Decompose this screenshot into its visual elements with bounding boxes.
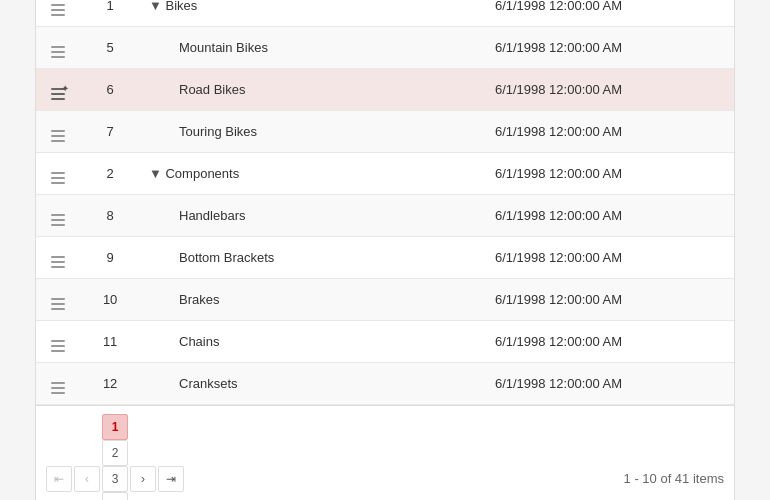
cell-name: Mountain Bikes bbox=[141, 26, 487, 68]
table-row: 7Touring Bikes6/1/1998 12:00:00 AM bbox=[36, 110, 734, 152]
table-row: 11Chains6/1/1998 12:00:00 AM bbox=[36, 320, 734, 362]
cell-id: 5 bbox=[79, 26, 141, 68]
drag-icon bbox=[51, 339, 65, 353]
drag-icon bbox=[51, 3, 65, 17]
first-page-button[interactable]: ⇤ bbox=[46, 466, 72, 492]
name-text: Bottom Brackets bbox=[179, 250, 274, 265]
drag-handle-cell[interactable] bbox=[36, 194, 79, 236]
cell-date: 6/1/1998 12:00:00 AM bbox=[487, 278, 734, 320]
cell-date: 6/1/1998 12:00:00 AM bbox=[487, 110, 734, 152]
cell-date: 6/1/1998 12:00:00 AM bbox=[487, 194, 734, 236]
page-info: 1 - 10 of 41 items bbox=[624, 471, 724, 486]
data-table: Id Name ModifiedDate 1▼ Bikes6/1/1998 12… bbox=[36, 0, 734, 405]
drag-icon bbox=[51, 297, 65, 311]
cell-id: 7 bbox=[79, 110, 141, 152]
drag-handle-cell[interactable]: ✦ bbox=[36, 68, 79, 110]
name-text: Cranksets bbox=[179, 376, 238, 391]
drag-handle-cell[interactable] bbox=[36, 110, 79, 152]
cell-date: 6/1/1998 12:00:00 AM bbox=[487, 26, 734, 68]
cell-id: 10 bbox=[79, 278, 141, 320]
cell-name: Touring Bikes bbox=[141, 110, 487, 152]
cell-name: ▼ Bikes bbox=[141, 0, 487, 26]
cell-name: Bottom Brackets bbox=[141, 236, 487, 278]
page-number-button-3[interactable]: 3 bbox=[102, 466, 128, 492]
pagination-bar: ⇤ ‹ 12345 › ⇥ 1 - 10 of 41 items bbox=[36, 405, 734, 501]
table-row: 10Brakes6/1/1998 12:00:00 AM bbox=[36, 278, 734, 320]
table-row: 2▼ Components6/1/1998 12:00:00 AM bbox=[36, 152, 734, 194]
name-text: Bikes bbox=[165, 0, 197, 13]
cell-name: Road Bikes bbox=[141, 68, 487, 110]
page-number-button-1[interactable]: 1 bbox=[102, 414, 128, 440]
cell-id: 6 bbox=[79, 68, 141, 110]
cell-date: 6/1/1998 12:00:00 AM bbox=[487, 68, 734, 110]
last-page-button[interactable]: ⇥ bbox=[158, 466, 184, 492]
drag-handle-cell[interactable] bbox=[36, 0, 79, 26]
drag-icon bbox=[51, 45, 65, 59]
cell-date: 6/1/1998 12:00:00 AM bbox=[487, 152, 734, 194]
table-row: ✦6Road Bikes6/1/1998 12:00:00 AM bbox=[36, 68, 734, 110]
cell-name: ▼ Components bbox=[141, 152, 487, 194]
page-controls: ⇤ ‹ 12345 › ⇥ bbox=[46, 414, 184, 501]
drag-handle-cell[interactable] bbox=[36, 236, 79, 278]
cell-date: 6/1/1998 12:00:00 AM bbox=[487, 320, 734, 362]
drag-icon bbox=[51, 255, 65, 269]
cell-date: 6/1/1998 12:00:00 AM bbox=[487, 362, 734, 404]
table-row: 9Bottom Brackets6/1/1998 12:00:00 AM bbox=[36, 236, 734, 278]
name-text: Handlebars bbox=[179, 208, 246, 223]
drag-handle-cell[interactable] bbox=[36, 152, 79, 194]
name-text: Road Bikes bbox=[179, 82, 245, 97]
table-body: 1▼ Bikes6/1/1998 12:00:00 AM5Mountain Bi… bbox=[36, 0, 734, 404]
cell-id: 9 bbox=[79, 236, 141, 278]
page-buttons: 12345 bbox=[102, 414, 128, 501]
name-text: Chains bbox=[179, 334, 219, 349]
table-row: 8Handlebars6/1/1998 12:00:00 AM bbox=[36, 194, 734, 236]
page-number-button-2[interactable]: 2 bbox=[102, 440, 128, 466]
expand-arrow[interactable]: ▼ bbox=[149, 166, 165, 181]
name-text: Touring Bikes bbox=[179, 124, 257, 139]
cell-id: 11 bbox=[79, 320, 141, 362]
prev-page-button[interactable]: ‹ bbox=[74, 466, 100, 492]
cell-id: 1 bbox=[79, 0, 141, 26]
drag-handle-cell[interactable] bbox=[36, 320, 79, 362]
drag-handle-cell[interactable] bbox=[36, 26, 79, 68]
cell-name: Brakes bbox=[141, 278, 487, 320]
drag-special-icon: ✦ bbox=[51, 87, 65, 101]
name-text: Mountain Bikes bbox=[179, 40, 268, 55]
cell-id: 8 bbox=[79, 194, 141, 236]
drag-icon bbox=[51, 171, 65, 185]
cell-id: 12 bbox=[79, 362, 141, 404]
drag-handle-cell[interactable] bbox=[36, 362, 79, 404]
cell-date: 6/1/1998 12:00:00 AM bbox=[487, 236, 734, 278]
drag-icon bbox=[51, 129, 65, 143]
main-container: Id Name ModifiedDate 1▼ Bikes6/1/1998 12… bbox=[35, 0, 735, 500]
drag-icon bbox=[51, 381, 65, 395]
cell-date: 6/1/1998 12:00:00 AM bbox=[487, 0, 734, 26]
cell-name: Cranksets bbox=[141, 362, 487, 404]
expand-arrow[interactable]: ▼ bbox=[149, 0, 165, 13]
cell-name: Handlebars bbox=[141, 194, 487, 236]
next-page-button[interactable]: › bbox=[130, 466, 156, 492]
table-row: 12Cranksets6/1/1998 12:00:00 AM bbox=[36, 362, 734, 404]
drag-handle-cell[interactable] bbox=[36, 278, 79, 320]
drag-icon bbox=[51, 213, 65, 227]
cell-id: 2 bbox=[79, 152, 141, 194]
table-row: 5Mountain Bikes6/1/1998 12:00:00 AM bbox=[36, 26, 734, 68]
page-number-button-4[interactable]: 4 bbox=[102, 492, 128, 501]
cell-name: Chains bbox=[141, 320, 487, 362]
name-text: Brakes bbox=[179, 292, 219, 307]
table-row: 1▼ Bikes6/1/1998 12:00:00 AM bbox=[36, 0, 734, 26]
name-text: Components bbox=[165, 166, 239, 181]
